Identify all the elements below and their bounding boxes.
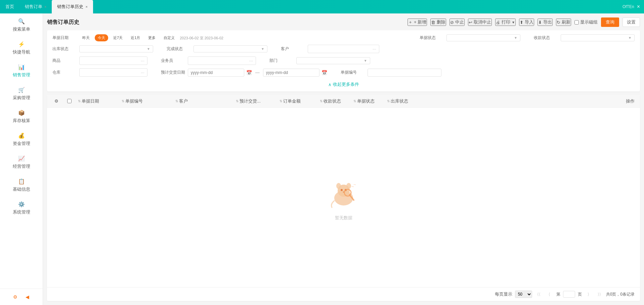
select-all-checkbox[interactable]: [67, 99, 72, 103]
import-button[interactable]: ⬆ 导入: [519, 18, 534, 26]
settings-button[interactable]: 设置: [622, 17, 640, 27]
empty-text: 暂无数据: [335, 215, 352, 221]
tab-sales-order-history-close[interactable]: ×: [85, 5, 87, 9]
delivery-start-input[interactable]: [188, 69, 244, 77]
customer-dots-icon[interactable]: ···: [373, 46, 376, 51]
date-yesterday-btn[interactable]: 昨天: [79, 34, 93, 41]
empty-state: ~ ~ 暂无数据: [325, 174, 362, 221]
product-dots-icon[interactable]: ···: [141, 58, 144, 63]
date-last1m-btn[interactable]: 近1月: [128, 34, 143, 41]
product-input-wrap[interactable]: ···: [79, 56, 147, 65]
search-menu-icon: 🔍: [18, 17, 25, 25]
sort-amount-icon[interactable]: ⇅: [280, 99, 282, 103]
cancel-stop-button[interactable]: ↩ 取消中止: [468, 18, 492, 26]
sort-customer-icon[interactable]: ⇅: [175, 99, 178, 103]
table-col-settings[interactable]: ⚙: [50, 99, 63, 104]
cancel-stop-icon: ↩: [469, 20, 472, 25]
sidebar-item-operations[interactable]: 📈 经营管理: [0, 151, 43, 174]
sidebar-item-search-menu[interactable]: 🔍 搜索菜单: [0, 13, 43, 36]
export-button[interactable]: ⬇ 导出: [538, 18, 553, 26]
collapse-bar[interactable]: ∧ 收起更多条件: [52, 80, 635, 87]
display-columns-toggle[interactable]: 显示磁组: [574, 19, 598, 25]
refresh-button[interactable]: ↻ 刷新: [556, 18, 571, 26]
date-custom-btn[interactable]: 自定义: [161, 34, 178, 41]
sidebar-item-info[interactable]: 📋 基础信息: [0, 174, 43, 196]
page-label-prefix: 第: [556, 292, 560, 297]
sidebar-bottom: ⚙ ◀: [0, 289, 43, 305]
per-page-select[interactable]: 20 50 100: [515, 291, 532, 298]
sidebar-item-purchase[interactable]: 🛒 采购管理: [0, 82, 43, 105]
out-status-label: 出库状态: [52, 46, 79, 52]
tab-sales-order-close[interactable]: ×: [44, 5, 46, 9]
date-more-btn[interactable]: 更多: [145, 34, 159, 41]
order-no-input[interactable]: [368, 69, 441, 77]
date-today-btn[interactable]: 今天: [95, 34, 108, 41]
page-label-suffix: 页: [578, 292, 582, 297]
print-icon: 🖨: [496, 20, 500, 25]
payment-status-select[interactable]: ▼: [561, 34, 635, 41]
stop-button[interactable]: ⊘ 中止: [449, 18, 465, 26]
delivery-start-calendar-icon[interactable]: 📅: [246, 70, 252, 75]
sidebar-item-inventory[interactable]: 📦 库存核算: [0, 105, 43, 128]
salesperson-label: 业务员: [161, 58, 188, 64]
tab-home[interactable]: 首页: [0, 0, 19, 13]
page-title: 销售订单历史: [47, 19, 79, 26]
department-select[interactable]: ▼: [296, 57, 370, 64]
sidebar-item-system[interactable]: ⚙️ 系统管理: [0, 196, 43, 219]
print-arrow-icon: ▼: [512, 21, 515, 24]
sidebar-item-sales[interactable]: 📊 销售管理: [0, 59, 43, 82]
filter-panel: 单据日期 昨天 今天 近7天 近1月 更多 自定义 2023-06-02 至 2…: [47, 30, 640, 91]
out-status-select[interactable]: ▼: [79, 45, 153, 52]
first-page-btn[interactable]: ⟨⟨: [535, 290, 543, 298]
page-number-input[interactable]: 1: [563, 291, 575, 298]
sidebar-item-finance[interactable]: 💰 资金管理: [0, 128, 43, 151]
query-button[interactable]: 查询: [601, 17, 619, 27]
next-page-btn[interactable]: ⟩: [585, 290, 593, 298]
customer-input-wrap[interactable]: ···: [308, 45, 379, 53]
salesperson-input[interactable]: [191, 59, 248, 63]
last-page-btn[interactable]: ⟩⟩: [595, 290, 603, 298]
order-status-select[interactable]: ▼: [446, 34, 520, 41]
top-bar-close[interactable]: ×: [637, 4, 640, 10]
delivery-end-calendar-icon[interactable]: 📅: [321, 70, 327, 75]
finance-icon: 💰: [18, 132, 25, 139]
sales-icon: 📊: [18, 63, 25, 71]
warehouse-input[interactable]: [82, 70, 139, 75]
display-columns-checkbox[interactable]: [574, 20, 579, 25]
bottom-collapse-icon[interactable]: ◀: [24, 293, 32, 301]
filter-row-3: 商品 ··· 业务员 ··· 部门 ▼: [52, 56, 635, 65]
customer-input[interactable]: [311, 47, 371, 51]
tab-home-label: 首页: [5, 4, 14, 10]
content-area: 销售订单历史 ＋ + 新增 🗑 删除 ⊘ 中止 ↩ 取消中止: [43, 13, 644, 305]
pagination: 每页显示 20 50 100 ⟨⟨ ⟨ 第 1 页 ⟩ ⟩⟩ 共0页，0条记录: [47, 287, 640, 301]
sort-delivery-icon[interactable]: ⇅: [236, 99, 239, 103]
sort-out-status-icon[interactable]: ⇅: [387, 99, 390, 103]
salesperson-dots-icon[interactable]: ···: [249, 58, 253, 63]
quick-nav-icon: ⚡: [18, 40, 25, 48]
sidebar-item-system-label: 系统管理: [13, 209, 30, 215]
tab-sales-order[interactable]: 销售订单 ×: [19, 0, 52, 13]
sort-date-icon[interactable]: ⇅: [78, 99, 81, 103]
warehouse-input-wrap[interactable]: ···: [79, 68, 147, 77]
inventory-icon: 📦: [18, 109, 25, 116]
date-last7-btn[interactable]: 近7天: [110, 34, 126, 41]
page-header: 销售订单历史 ＋ + 新增 🗑 删除 ⊘ 中止 ↩ 取消中止: [47, 17, 640, 27]
product-input[interactable]: [82, 59, 139, 63]
table-settings-icon[interactable]: ⚙: [54, 99, 58, 104]
add-button[interactable]: ＋ + 新增: [407, 18, 427, 26]
sort-no-icon[interactable]: ⇅: [122, 99, 124, 103]
sidebar-item-quick-nav[interactable]: ⚡ 快捷导航: [0, 36, 43, 59]
sort-pay-status-icon[interactable]: ⇅: [320, 99, 323, 103]
table-col-checkbox[interactable]: [63, 99, 75, 103]
salesperson-input-wrap[interactable]: ···: [188, 56, 256, 65]
complete-status-select[interactable]: ▼: [194, 45, 267, 52]
delete-button[interactable]: 🗑 删除: [430, 18, 446, 26]
warehouse-dots-icon[interactable]: ···: [141, 70, 144, 75]
delivery-end-input[interactable]: [263, 69, 319, 77]
sort-order-status-icon[interactable]: ⇅: [353, 99, 356, 103]
bottom-gear-icon[interactable]: ⚙: [11, 293, 19, 301]
table-col-order-status: ⇅ 单据状态: [351, 98, 384, 104]
print-button[interactable]: 🖨 打印 ▼: [495, 18, 516, 26]
tab-sales-order-history[interactable]: 销售订单历史 ×: [52, 0, 93, 13]
prev-page-btn[interactable]: ⟨: [546, 290, 554, 298]
